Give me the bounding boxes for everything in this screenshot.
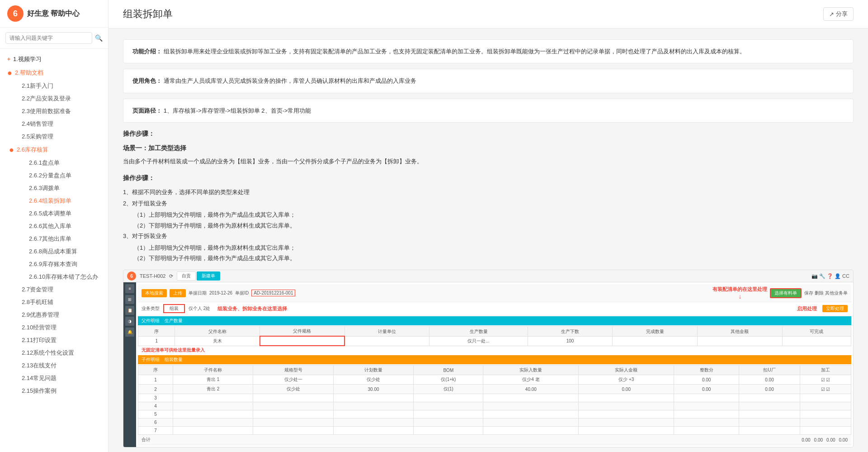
- share-button[interactable]: ↗ 分享: [823, 7, 854, 21]
- mock-th-done: 完成数量: [613, 327, 698, 337]
- mock-bottom-row-2: 2 青出 2 仅少处 30.00 仅(1) 40.00 0.00 0.00 0.…: [138, 385, 851, 394]
- nav-child-2-6-3[interactable]: 2.6.3调拨单: [16, 182, 108, 195]
- search-button[interactable]: 🔍: [95, 34, 103, 42]
- mock-bottom-row-4: 4: [138, 402, 851, 410]
- mock-section-header-bottom: 子件明细 组装数量: [138, 355, 851, 364]
- mock-type-val: 组装: [163, 304, 185, 313]
- mock-bth-actual-qty: 实际入数量: [483, 366, 579, 375]
- search-input[interactable]: [5, 32, 92, 44]
- mock-doc-area: 本地搜索 上传 单据日期 2019-12-26 单据ID AD-20191221…: [136, 282, 853, 447]
- mock-logo: 6: [127, 271, 136, 281]
- main-content: 组装拆卸单 ↗ 分享 功能介绍： 组装拆卸单用来处理企业组装或拆卸等加工业务，支…: [108, 0, 868, 452]
- mock-td-1-can: [782, 336, 851, 346]
- nav-child-2-13[interactable]: 2.13在线支付: [9, 359, 108, 372]
- nav-item-1-label[interactable]: + 1.视频学习: [0, 52, 108, 66]
- nav-child-2-6-6[interactable]: 2.6.6其他入库单: [16, 220, 108, 233]
- mock-th-unit: 计量单位: [344, 327, 429, 337]
- mock-bottom-row-3: 3: [138, 394, 851, 402]
- mock-bottom-table-header-row: 序 子件名称 规格型号 计划数量 BOM 实际入数量 实际人金额 整数分 扣U厂: [138, 366, 851, 375]
- nav-child-2-3[interactable]: 2.3使用前数据准备: [9, 105, 108, 118]
- expand-icon-1: +: [7, 56, 10, 62]
- nav-item-1[interactable]: + 1.视频学习: [0, 52, 108, 66]
- mock-td-1-prodqty: 仅只一处...: [429, 336, 528, 346]
- nav-child-2-6-9[interactable]: 2.6.9库存账本查询: [16, 258, 108, 271]
- mock-bottom-row-1: 1 青出 1 仅少处一 仅少处 仅(1+k) 仅少4 老 仅少 +3 0.00 …: [138, 375, 851, 385]
- scenario1-desc: 当由多个子件材料组装成一个成品的业务为【组装】业务，当由一个父件拆分成多个子产品…: [123, 156, 854, 167]
- mock-footer-val-4: 0.00: [839, 438, 848, 442]
- mock-sync-icon: ⟳: [169, 273, 173, 279]
- nav-child-2-4[interactable]: 2.4销售管理: [9, 118, 108, 130]
- role-label: 使用角色：: [132, 77, 162, 84]
- scenario1-title: 场景一：加工类型选择: [123, 144, 854, 152]
- nav-child-2-15[interactable]: 2.15操作案例: [9, 385, 108, 397]
- nav-item-2-label[interactable]: ● 2.帮助文档: [0, 66, 108, 80]
- mock-td-1-down: 100: [528, 336, 613, 346]
- role-text: 通常由生产人员或库管人员完成拆装业务的操作，库管人员确认原材料的出库和产成品的入…: [164, 77, 416, 84]
- path-text: 1、库存核算->库存管理->组装拆卸单 2、首页->常用功能: [164, 107, 311, 114]
- mock-bottom-table: 序 子件名称 规格型号 计划数量 BOM 实际入数量 实际人金额 整数分 扣U厂: [138, 365, 851, 435]
- mock-inner-app: ≡ ⊞ 📋 ◑ 🔔 本地搜索 上传 单据日期 2019-12-26: [123, 282, 853, 447]
- steps-list: 1、根据不同的业务，选择不同单据的类型来处理 2、对于组装业务 （1）上部明细为…: [123, 187, 854, 264]
- mock-sidebar-icon-2: ⊞: [125, 295, 134, 304]
- mock-bth-seq: 序: [138, 366, 173, 375]
- main-header: 组装拆卸单 ↗ 分享: [108, 0, 868, 29]
- nav-child-2-6-2[interactable]: 2.6.2分量盘点单: [16, 169, 108, 182]
- feature-intro-block: 功能介绍： 组装拆卸单用来处理企业组装或拆卸等加工业务，支持有固定装配清单的产品…: [123, 39, 854, 63]
- step-3-sub2: （2）下部明细为子件明细，最终作为产成品生成其它入库单。: [123, 253, 854, 263]
- mock-sidebar-icon-1: ≡: [125, 284, 134, 293]
- mock-annotation-5: 无固定清单可供给这里批量录入: [138, 346, 851, 354]
- share-icon: ↗: [829, 11, 834, 18]
- nav-child-2-11[interactable]: 2.11打印设置: [9, 334, 108, 347]
- mock-th-other: 其他金额: [698, 327, 783, 337]
- mock-bth-planqty: 计划数量: [333, 366, 413, 375]
- mock-td-1-name: 关木: [175, 336, 260, 346]
- nav-child-2-8[interactable]: 2.8手机旺辅: [9, 296, 108, 309]
- mock-btn-save: 上传: [170, 289, 186, 297]
- mock-bottom-row-7: 7: [138, 427, 851, 435]
- nav-child-2-12[interactable]: 2.12系统个性化设置: [9, 347, 108, 359]
- step-1: 1、根据不同的业务，选择不同单据的类型来处理: [123, 187, 854, 197]
- nav-tree: + 1.视频学习 ● 2.帮助文档 2.1新手入门 2.2产品安装及登录 2.3…: [0, 49, 108, 452]
- mock-footer-val-1: 0.00: [802, 438, 810, 442]
- mock-tab-1: 自贡: [177, 271, 196, 281]
- nav-child-2-6-4[interactable]: 2.6.4组装拆卸单: [16, 195, 108, 207]
- nav-child-2-10[interactable]: 2.10经营管理: [9, 321, 108, 334]
- mock-btn-youliaodan: 选择有料单: [770, 288, 802, 298]
- nav-child-2-9[interactable]: 2.9优惠券管理: [9, 309, 108, 321]
- nav-child-2-6-7[interactable]: 2.6.7其他出库单: [16, 233, 108, 245]
- page-title: 组装拆卸单: [123, 7, 173, 21]
- screenshot-container: 6 TEST-H002 ⟳ 自贡 新建单 📷 🔧 ❓ 👤 CC ≡ ⊞: [123, 270, 854, 447]
- mock-annotation-1: 有装配清单的在这里处理: [712, 286, 767, 293]
- path-block: 页面路径： 1、库存核算->库存管理->组装拆卸单 2、首页->常用功能: [123, 99, 854, 123]
- mock-annotation-1-wrap: 有装配清单的在这里处理 ↓: [712, 286, 767, 300]
- nav-item-2-6[interactable]: ● 2.6库存核算 2.6.1盘点单 2.6.2分量盘点单 2.6.3调拨单 2…: [9, 143, 108, 283]
- nav-child-2-5[interactable]: 2.5采购管理: [9, 130, 108, 143]
- nav-child-2-6-1[interactable]: 2.6.1盘点单: [16, 157, 108, 169]
- mock-top-bar: 6 TEST-H002 ⟳ 自贡 新建单 📷 🔧 ❓ 👤 CC: [123, 270, 853, 282]
- share-label: 分享: [836, 10, 848, 18]
- nav-item-2-6-label[interactable]: ● 2.6库存核算: [9, 143, 108, 157]
- mock-qiyong-btn: 立即处理: [822, 305, 848, 312]
- feature-intro-label: 功能介绍：: [132, 48, 162, 55]
- nav-child-2-6-5[interactable]: 2.6.5成本调整单: [16, 207, 108, 220]
- nav-child-2-6-10[interactable]: 2.6.10库存账本错了怎么办: [16, 271, 108, 283]
- content-body: 功能介绍： 组装拆卸单用来处理企业组装或拆卸等加工业务，支持有固定装配清单的产品…: [108, 29, 868, 452]
- mock-footer-val-3: 0.00: [826, 438, 835, 442]
- nav-child-2-14[interactable]: 2.14常见问题: [9, 372, 108, 385]
- mock-bth-factory: 扣U厂: [739, 366, 800, 375]
- nav-child-2-2[interactable]: 2.2产品安装及登录: [9, 92, 108, 105]
- mock-annotation-3: 组装业务、拆卸业务在这里选择: [217, 305, 287, 312]
- mock-td-1-unit: [344, 336, 429, 346]
- nav-child-2-1[interactable]: 2.1新手入门: [9, 80, 108, 92]
- mock-th-spec: 父件规格: [260, 327, 345, 337]
- mock-annotation-4: 启用处理: [797, 305, 817, 312]
- nav-child-2-6-8[interactable]: 2.6.8商品成本重算: [16, 245, 108, 258]
- nav-child-2-7[interactable]: 2.7资金管理: [9, 283, 108, 296]
- mock-nav-tabs: 自贡 新建单: [177, 271, 220, 281]
- step-3-sub1: （1）上部明细为父件明细，最终作为原材料生成其它出库单；: [123, 243, 854, 253]
- nav-item-2[interactable]: ● 2.帮助文档 2.1新手入门 2.2产品安装及登录 2.3使用前数据准备 2…: [0, 66, 108, 397]
- mock-th-name: 父件名称: [175, 327, 260, 337]
- mock-top-row-1: 1 关木 仅只一处... 100: [138, 336, 851, 346]
- step-2: 2、对于组装业务: [123, 198, 854, 209]
- step-2-sub1: （1）上部明细为父件明细，最终作为产成品生成其它入库单；: [123, 209, 854, 220]
